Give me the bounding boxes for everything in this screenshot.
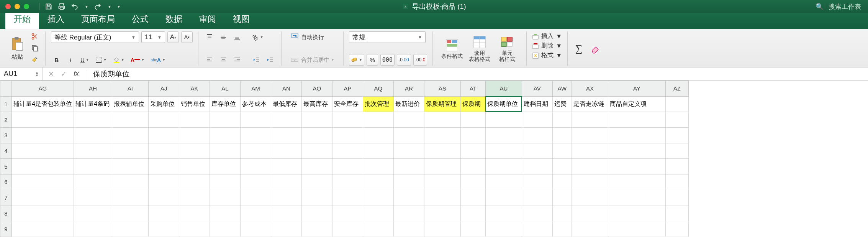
cell-AU7[interactable]: [485, 190, 522, 206]
cell-AQ9[interactable]: [363, 221, 393, 237]
bold-button[interactable]: B: [51, 54, 62, 66]
search-box[interactable]: 🔍 搜索工作表: [809, 2, 868, 11]
cell-AZ7[interactable]: [665, 190, 688, 206]
cell-AJ6[interactable]: [148, 174, 179, 190]
cell-AO6[interactable]: [301, 174, 332, 190]
shrink-font-button[interactable]: A▾: [181, 31, 193, 43]
border-button[interactable]: ▼: [93, 54, 109, 66]
cell-AU4[interactable]: [485, 143, 522, 159]
cell-AX6[interactable]: [572, 174, 608, 190]
cell-AK8[interactable]: [179, 206, 210, 221]
enter-icon[interactable]: ✓: [61, 70, 67, 78]
wrap-text-button[interactable]: 自动换行: [287, 31, 328, 43]
font-name-combo[interactable]: 等线 Regular (正文)▼: [51, 31, 139, 43]
cell-AZ6[interactable]: [665, 174, 688, 190]
cell-AT6[interactable]: [460, 174, 485, 190]
cell-AO7[interactable]: [301, 190, 332, 206]
align-right-button[interactable]: [231, 54, 243, 66]
cell-AT2[interactable]: [460, 112, 485, 128]
cell-AH2[interactable]: [74, 112, 112, 128]
cell-AW7[interactable]: [552, 190, 572, 206]
cell-AT3[interactable]: [460, 128, 485, 143]
cell-AQ8[interactable]: [363, 206, 393, 221]
save-icon[interactable]: [45, 3, 52, 10]
paste-button[interactable]: 粘贴: [9, 36, 25, 61]
cell-AJ7[interactable]: [148, 190, 179, 206]
increase-indent-button[interactable]: [264, 54, 276, 66]
cell-AV4[interactable]: [522, 143, 552, 159]
cell-AG4[interactable]: [12, 143, 74, 159]
cell-AK5[interactable]: [179, 159, 210, 174]
cell-AT7[interactable]: [460, 190, 485, 206]
tab-审阅[interactable]: 审阅: [191, 10, 224, 29]
name-box-spinner[interactable]: ▲▼: [35, 71, 39, 77]
tab-数据[interactable]: 数据: [157, 10, 191, 29]
cell-AI6[interactable]: [112, 174, 148, 190]
row-header-8[interactable]: 8: [0, 206, 12, 221]
cell-AU6[interactable]: [485, 174, 522, 190]
cell-AG9[interactable]: [12, 221, 74, 237]
cell-AN6[interactable]: [271, 174, 301, 190]
column-header-AS[interactable]: AS: [424, 81, 460, 97]
cell-AQ3[interactable]: [363, 128, 393, 143]
cell-AP8[interactable]: [332, 206, 363, 221]
cell-AT1[interactable]: 保质期: [460, 96, 485, 112]
cell-AM4[interactable]: [240, 143, 271, 159]
cell-AU5[interactable]: [485, 159, 522, 174]
column-header-AG[interactable]: AG: [12, 81, 74, 97]
cell-AQ1[interactable]: 批次管理: [363, 96, 393, 112]
cell-AV3[interactable]: [522, 128, 552, 143]
delete-cells-button[interactable]: 删除▼: [532, 42, 562, 50]
cell-AX1[interactable]: 是否走冻链: [572, 96, 608, 112]
cell-AI2[interactable]: [112, 112, 148, 128]
format-as-table-button[interactable]: 套用 表格格式: [466, 35, 493, 62]
cell-AT8[interactable]: [460, 206, 485, 221]
align-bottom-button[interactable]: [231, 31, 243, 43]
spreadsheet-grid[interactable]: AGAHAIAJAKALAMANAOAPAQARASATAUAVAWAXAYAZ…: [0, 81, 868, 237]
cell-AP9[interactable]: [332, 221, 363, 237]
cell-AG5[interactable]: [12, 159, 74, 174]
row-header-9[interactable]: 9: [0, 221, 12, 237]
conditional-format-button[interactable]: 条件格式: [438, 38, 466, 59]
cell-AM3[interactable]: [240, 128, 271, 143]
cut-button[interactable]: [30, 31, 40, 41]
cell-AZ3[interactable]: [665, 128, 688, 143]
cell-AI1[interactable]: 报表辅单位: [112, 96, 148, 112]
fx-label[interactable]: fx: [74, 70, 79, 78]
cell-AP1[interactable]: 安全库存: [332, 96, 363, 112]
cell-AN1[interactable]: 最低库存: [271, 96, 301, 112]
cell-AR9[interactable]: [393, 221, 424, 237]
cell-AG7[interactable]: [12, 190, 74, 206]
cell-AK9[interactable]: [179, 221, 210, 237]
cell-AY7[interactable]: [608, 190, 665, 206]
cell-AG8[interactable]: [12, 206, 74, 221]
cell-AX2[interactable]: [572, 112, 608, 128]
cell-AL2[interactable]: [210, 112, 240, 128]
cell-AZ4[interactable]: [665, 143, 688, 159]
cell-AW1[interactable]: 运费: [552, 96, 572, 112]
cell-AY3[interactable]: [608, 128, 665, 143]
cell-AX9[interactable]: [572, 221, 608, 237]
tab-公式[interactable]: 公式: [123, 10, 157, 29]
phonetic-button[interactable]: abcA▼: [149, 54, 167, 66]
cell-AS7[interactable]: [424, 190, 460, 206]
copy-button[interactable]: [30, 43, 40, 53]
cell-AR2[interactable]: [393, 112, 424, 128]
column-header-AR[interactable]: AR: [393, 81, 424, 97]
cell-AK4[interactable]: [179, 143, 210, 159]
cell-AN8[interactable]: [271, 206, 301, 221]
cell-AG1[interactable]: 辅计量4是否包装单位: [12, 96, 74, 112]
row-header-5[interactable]: 5: [0, 159, 12, 174]
cell-AP3[interactable]: [332, 128, 363, 143]
italic-button[interactable]: I: [65, 54, 76, 66]
column-header-AM[interactable]: AM: [240, 81, 271, 97]
cell-AO2[interactable]: [301, 112, 332, 128]
comma-button[interactable]: 000: [380, 54, 395, 66]
column-header-AH[interactable]: AH: [74, 81, 112, 97]
tab-视图[interactable]: 视图: [224, 10, 258, 29]
column-header-AL[interactable]: AL: [210, 81, 240, 97]
cell-AL1[interactable]: 库存单位: [210, 96, 240, 112]
cell-AK2[interactable]: [179, 112, 210, 128]
cell-AI5[interactable]: [112, 159, 148, 174]
cell-AJ8[interactable]: [148, 206, 179, 221]
